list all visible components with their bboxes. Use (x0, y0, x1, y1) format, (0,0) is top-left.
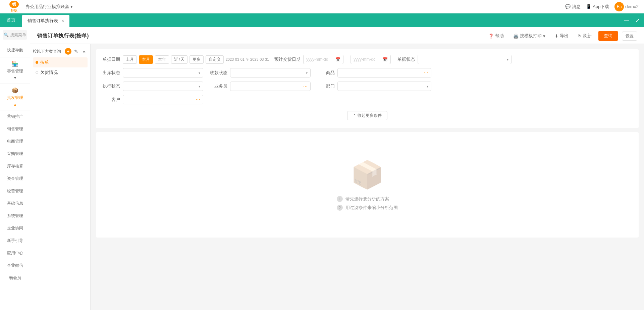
date-btn-more[interactable]: 更多 (190, 55, 204, 64)
sidebar-item-sales[interactable]: 销售管理 (0, 123, 30, 135)
refresh-btn[interactable]: ↻ 刷新 (575, 32, 594, 40)
date-btn-custom[interactable]: 自定义 (206, 55, 224, 64)
product-input[interactable]: ··· (337, 68, 431, 78)
panel-item-by-order[interactable]: 按单 (33, 57, 88, 67)
topbar-left: 畅 标版 办公用品行业模拟账套 ▾ (5, 1, 73, 13)
customer-input[interactable]: ··· (123, 95, 203, 104)
sidebar-item-retail-label: 零售管理 (7, 68, 23, 74)
app-icon: 📱 (586, 4, 591, 9)
collapse-icon: ⌃ (353, 113, 356, 118)
sidebar-item-wholesale-label: 批发管理 (7, 95, 23, 101)
tip-text-1: 请先选择要分析的方案 (345, 196, 389, 202)
sidebar-item-vip[interactable]: 畅会员 (0, 272, 30, 284)
sidebar-quick-nav[interactable]: 快捷导航 (0, 46, 30, 54)
query-btn[interactable]: 查询 (598, 31, 618, 41)
content-body: 按以下方案查询 + ✎ « 按单 欠货情况 (30, 44, 644, 310)
content-header: 销售订单执行表(按单) ❓ 帮助 🖨️ 按模板打印 ▾ ⬇ 导出 ↻ 刷新 (30, 27, 644, 44)
panel-item-shortage[interactable]: 欠货情况 (33, 67, 88, 78)
minimize-btn[interactable]: — (623, 16, 631, 24)
status-select[interactable]: ▾ (418, 55, 512, 64)
print-btn[interactable]: 🖨️ 按模板打印 ▾ (511, 32, 548, 40)
inactive-dot (36, 71, 38, 74)
add-plan-btn[interactable]: + (65, 48, 71, 55)
sidebar-nav: 快捷导航 (0, 43, 30, 57)
right-panel: 单据日期 上月 本月 本年 近7天 更多 自定义 2023-03-01 至 20… (91, 44, 644, 310)
delivery-select[interactable]: ▾ (123, 68, 203, 78)
tab-active[interactable]: 销售订单执行表 × (22, 15, 69, 27)
avatar: Ea (614, 2, 624, 11)
empty-tip-1: 1 请先选择要分析的方案 (337, 196, 398, 202)
collapse-panel-btn[interactable]: « (81, 48, 88, 55)
date-btn-this-month[interactable]: 本月 (139, 55, 153, 64)
search-menu-btn[interactable]: 🔍 搜索菜单 (3, 30, 27, 40)
settings-btn[interactable]: 设置 (622, 32, 637, 41)
sidebar-item-wholesale[interactable]: 📦 批发管理 ▴ (0, 84, 30, 110)
product-dots-btn[interactable]: ··· (424, 70, 428, 76)
filter-item-status: 单据状态 ▾ (396, 55, 512, 64)
main-layout: 🔍 搜索菜单 快捷导航 🏪 零售管理 ▾ 📦 批发管理 ▴ 营销推广 销售管 (0, 27, 644, 310)
sidebar-item-finance[interactable]: 资金管理 (0, 172, 30, 185)
customer-label: 客户 (101, 97, 120, 103)
export-btn[interactable]: ⬇ 导出 (552, 32, 571, 40)
sidebar-item-inventory[interactable]: 库存核算 (0, 160, 30, 172)
dept-select[interactable]: ▾ (337, 82, 431, 91)
sidebar-item-system[interactable]: 系统管理 (0, 210, 30, 222)
sidebar-item-management-label: 经营管理 (7, 188, 23, 194)
maximize-btn[interactable]: ⤢ (633, 16, 641, 24)
sidebar-item-basic-label: 基础信息 (7, 201, 23, 206)
sidebar-item-purchase[interactable]: 采购管理 (0, 148, 30, 160)
tab-close-btn[interactable]: × (61, 15, 64, 27)
avatar-text: Ea (617, 4, 622, 9)
salesperson-dots-btn[interactable]: ··· (303, 83, 308, 89)
filter-row-customer: 客户 ··· (101, 95, 633, 104)
app-download-btn[interactable]: 📱 App下载 (586, 4, 609, 10)
salesperson-input[interactable]: ··· (230, 82, 311, 91)
export-label: 导出 (560, 33, 569, 39)
exec-select[interactable]: ▾ (123, 82, 203, 91)
date-range-picker: yyyy-mm-dd 📅 — yyyy-mm-dd 📅 (303, 55, 391, 64)
user-profile[interactable]: Ea demo2 (614, 2, 639, 11)
date-btn-this-year[interactable]: 本年 (155, 55, 169, 64)
sidebar-item-newuser-label: 新手引导 (7, 238, 23, 244)
empty-state: 📦 1 请先选择要分析的方案 2 用过滤条件来缩小分析范围 (96, 132, 639, 238)
sidebar-item-basic[interactable]: 基础信息 (0, 197, 30, 210)
message-icon: 💬 (565, 4, 571, 9)
sidebar-item-retail[interactable]: 🏪 零售管理 ▾ (0, 57, 30, 84)
page-selector-label[interactable]: 办公用品行业模拟账套 (25, 4, 69, 10)
delivery-label: 出库状态 (101, 70, 120, 76)
sidebar-item-newuser[interactable]: 新手引导 (0, 235, 30, 247)
sidebar-item-management[interactable]: 经营管理 (0, 185, 30, 197)
search-menu-label: 搜索菜单 (10, 32, 26, 38)
panel-header: 按以下方案查询 + ✎ « (33, 48, 88, 55)
tip-text-2: 用过滤条件来缩小分析范围 (345, 205, 398, 211)
tab-active-label: 销售订单执行表 (28, 15, 58, 27)
logo[interactable]: 畅 标版 (5, 1, 23, 13)
sidebar-item-vip-label: 畅会员 (9, 275, 21, 281)
collapse-btn[interactable]: ⌃ 收起更多条件 (347, 111, 387, 120)
date-btn-last-month[interactable]: 上月 (123, 55, 137, 64)
collapse-label: 收起更多条件 (358, 113, 382, 118)
retail-caret: ▾ (14, 75, 16, 80)
help-btn[interactable]: ❓ 帮助 (486, 32, 506, 40)
left-panel: 按以下方案查询 + ✎ « 按单 欠货情况 (30, 44, 91, 310)
tab-home[interactable]: 首页 (0, 13, 22, 27)
edit-plan-btn[interactable]: ✎ (73, 48, 79, 55)
message-btn[interactable]: 💬 消息 (565, 4, 581, 10)
export-icon: ⬇ (555, 34, 558, 39)
date-btn-7days[interactable]: 近7天 (171, 55, 187, 64)
sidebar-item-enterprise[interactable]: 企业协同 (0, 222, 30, 235)
payment-select[interactable]: ▾ (230, 68, 311, 78)
date-to-input[interactable]: yyyy-mm-dd 📅 (351, 55, 391, 64)
sidebar-item-appcenter[interactable]: 应用中心 (0, 247, 30, 259)
tabbar: 首页 销售订单执行表 × — ⤢ (0, 13, 644, 27)
customer-dots-btn[interactable]: ··· (196, 97, 200, 103)
exec-caret: ▾ (199, 85, 200, 88)
sidebar-item-ecommerce[interactable]: 电商管理 (0, 135, 30, 148)
topbar-title: 办公用品行业模拟账套 ▾ (25, 4, 73, 10)
panel-header-label: 按以下方案查询 (33, 49, 61, 54)
date-from-input[interactable]: yyyy-mm-dd 📅 (303, 55, 343, 64)
sidebar-item-marketing[interactable]: 营销推广 (0, 110, 30, 123)
print-caret[interactable]: ▾ (543, 34, 545, 39)
page-selector-caret[interactable]: ▾ (70, 4, 73, 9)
sidebar-item-weixin[interactable]: 企业微信 (0, 259, 30, 272)
